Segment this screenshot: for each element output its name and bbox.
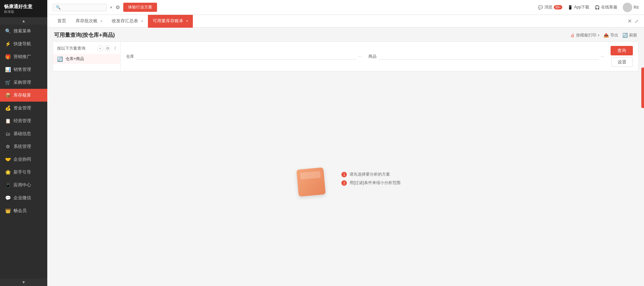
search-icon: 🔍 (56, 5, 61, 10)
sidebar-item-wechat[interactable]: 💬企业微信 (0, 191, 47, 204)
warehouse-filter-group: 仓库 ··· (126, 53, 362, 60)
sidebar-label-appstore: 应用中心 (14, 182, 31, 188)
refresh-btn[interactable]: 🔄 刷新 (622, 32, 637, 38)
sidebar-item-finance[interactable]: 💰资金管理 (0, 102, 47, 114)
message-label: 消息 (544, 4, 552, 10)
page-title: 可用量查询(按仓库+商品) (54, 32, 115, 39)
messages-btn[interactable]: 💬 消息 99+ (538, 4, 562, 10)
sidebar-icon-appstore: 📱 (5, 182, 11, 188)
scroll-down-btn[interactable]: ▼ (0, 279, 47, 286)
step-2-text: 用[过滤]条件来缩小分析范围 (350, 180, 401, 186)
sidebar-item-enterprise[interactable]: 🤝企业协同 (0, 153, 47, 166)
sidebar-icon-operations: 📋 (5, 118, 11, 124)
sidebar-label-basic: 基础信息 (14, 131, 31, 137)
gear-icon[interactable]: ⚙ (115, 4, 120, 10)
tabs-bar: 首页 库存批次账 × 收发存汇总表 × 可用量库存账本 × ✕ ⤢ (47, 15, 644, 28)
main-content: 🔍 ▾ ⚙ 体验行业方案 💬 消息 99+ 📱 App下载 🎧 在线客服 Rit (47, 0, 644, 286)
sidebar-item-newbie[interactable]: 🌟新手引导 (0, 166, 47, 179)
sidebar-icon-system: ⚙ (5, 144, 11, 149)
page-header: 可用量查询(按仓库+商品) 🖨 按模板打印 ▾ 📤 导出 🔄 刷新 (47, 28, 644, 42)
edition-label: 标准版 (4, 9, 43, 14)
sidebar-label-purchase: 采购管理 (14, 79, 31, 85)
tab-summary-close[interactable]: × (141, 19, 143, 23)
print-label: 按模板打印 (576, 32, 596, 38)
sidebar-item-system[interactable]: ⚙系统管理 (0, 140, 47, 153)
sidebar-icon-sales: 📊 (5, 67, 11, 72)
empty-step-2: 2 用[过滤]条件来缩小分析范围 (341, 180, 401, 186)
search-input[interactable] (63, 5, 97, 10)
add-scheme-btn[interactable]: + (97, 45, 103, 51)
sidebar-label-wechat: 企业微信 (14, 195, 31, 201)
scheme-warehouse-product[interactable]: 🔄 仓库+商品 (53, 54, 120, 64)
topbar: 🔍 ▾ ⚙ 体验行业方案 💬 消息 99+ 📱 App下载 🎧 在线客服 Rit (47, 0, 644, 15)
sidebar-icon-quicknav: ⚡ (5, 41, 11, 47)
warehouse-more-btn[interactable]: ··· (358, 54, 361, 58)
window-close-btn[interactable]: ✕ (627, 18, 632, 24)
filter-scheme-title: 按以下方案查询 (57, 46, 85, 51)
sidebar-icon-finance: 💰 (5, 105, 11, 111)
sidebar-icon-newbie: 🌟 (5, 170, 11, 175)
product-more-btn[interactable]: ··· (601, 54, 604, 58)
user-avatar-area[interactable]: Rit (623, 3, 639, 12)
collapse-scheme-btn[interactable]: 《 (112, 46, 116, 51)
step-1-text: 请先选择要分析的方案 (350, 172, 390, 177)
dropdown-icon[interactable]: ▾ (110, 5, 112, 10)
tab-home[interactable]: 首页 (53, 15, 71, 28)
sidebar-item-appstore[interactable]: 📱应用中心 (0, 179, 47, 191)
tab-available-close[interactable]: × (186, 19, 188, 23)
tabs-window-controls: ✕ ⤢ (627, 18, 639, 24)
sidebar-label-operations: 经营管理 (14, 118, 31, 124)
tab-batch-close[interactable]: × (100, 19, 102, 23)
sidebar-label-enterprise: 企业协同 (14, 156, 31, 162)
empty-box-icon (297, 167, 326, 197)
product-filter-group: 商品 ··· (368, 53, 604, 60)
step-2-num: 2 (341, 180, 347, 186)
sidebar-item-basic[interactable]: 🗂基础信息 (0, 127, 47, 140)
sidebar-item-purchase[interactable]: 🛒采购管理 (0, 76, 47, 89)
query-btn[interactable]: 查询 (611, 46, 633, 55)
warehouse-input[interactable] (136, 53, 356, 60)
trial-btn[interactable]: 体验行业方案 (123, 3, 157, 12)
message-badge: 99+ (554, 5, 562, 9)
sidebar-item-inventory[interactable]: 📦库存核算 (0, 89, 47, 102)
sidebar-label-sales: 销售管理 (14, 67, 31, 73)
sidebar-item-operations[interactable]: 📋经营管理 (0, 114, 47, 127)
sidebar-item-sales[interactable]: 📊销售管理 (0, 63, 47, 76)
sidebar-label-member: 畅会员 (14, 208, 27, 214)
export-label: 导出 (610, 32, 618, 38)
tab-available[interactable]: 可用量库存账本 × (148, 15, 193, 28)
topbar-right: 💬 消息 99+ 📱 App下载 🎧 在线客服 Rit (538, 3, 639, 12)
app-download-btn[interactable]: 📱 App下载 (568, 4, 589, 10)
topbar-search-box[interactable]: 🔍 (53, 4, 107, 11)
print-dropdown-icon[interactable]: ▾ (598, 33, 599, 37)
service-label: 在线客服 (601, 4, 617, 10)
settings-scheme-btn[interactable]: ⚙ (105, 45, 111, 51)
sidebar-item-member[interactable]: 👑畅会员 (0, 204, 47, 217)
sidebar-label-inventory: 库存核算 (14, 92, 31, 98)
sidebar-item-search[interactable]: 🔍搜索菜单 (0, 25, 47, 37)
scheme-label: 仓库+商品 (66, 56, 84, 62)
export-btn[interactable]: 📤 导出 (603, 32, 618, 38)
sidebar-icon-member: 👑 (5, 208, 11, 213)
filter-settings-btn[interactable]: 设置 (611, 57, 633, 67)
scroll-up-btn[interactable]: ▲ (0, 17, 47, 25)
tab-batch[interactable]: 库存批次账 × (71, 15, 107, 28)
sidebar-label-search: 搜索菜单 (14, 28, 31, 34)
sidebar-header: 畅康通好生意 标准版 (0, 0, 47, 17)
tab-summary[interactable]: 收发存汇总表 × (107, 15, 148, 28)
message-icon: 💬 (538, 5, 543, 10)
window-expand-btn[interactable]: ⤢ (635, 19, 639, 24)
sidebar-label-finance: 资金管理 (14, 105, 31, 111)
print-btn[interactable]: 🖨 按模板打印 ▾ (570, 32, 599, 38)
product-input[interactable] (379, 53, 599, 60)
online-service-btn[interactable]: 🎧 在线客服 (595, 4, 617, 10)
app-icon: 📱 (568, 5, 573, 10)
sidebar-item-marketing[interactable]: 🎁营销推广 (0, 50, 47, 63)
filter-area: 按以下方案查询 + ⚙ 《 🔄 仓库+商品 仓库 ··· (53, 42, 639, 71)
sidebar-icon-wechat: 💬 (5, 195, 11, 201)
tab-batch-label: 库存批次账 (76, 18, 98, 24)
sidebar: 畅康通好生意 标准版 ▲ 🔍搜索菜单⚡快捷导航🎁营销推广📊销售管理🛒采购管理📦库… (0, 0, 47, 286)
refresh-icon: 🔄 (622, 33, 628, 38)
user-name: Rit (634, 5, 639, 10)
sidebar-item-quicknav[interactable]: ⚡快捷导航 (0, 37, 47, 50)
